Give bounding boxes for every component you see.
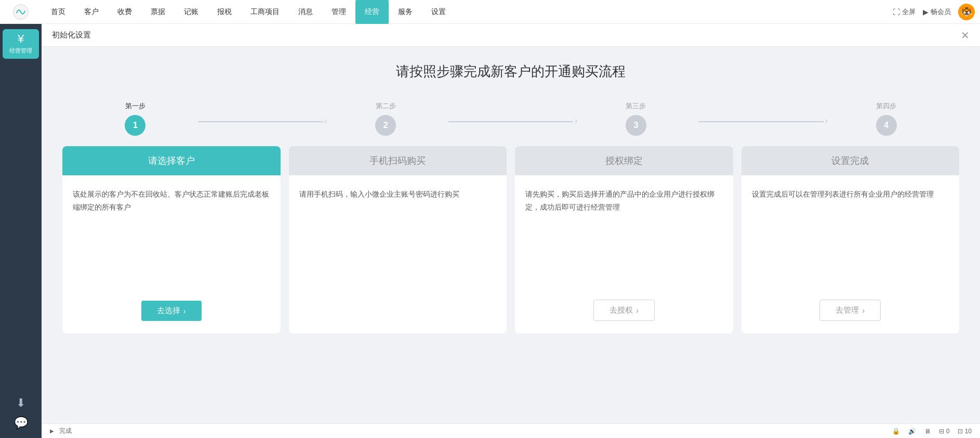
top-nav: 首页 客户 收费 票据 记账 报税 工商项目 消息 管理 经营 服务 设置 ⛶ … — [0, 0, 980, 24]
download-icon[interactable]: ⬇ — [16, 396, 25, 410]
nav-account[interactable]: 记账 — [175, 0, 208, 24]
step-card-1: 请选择客户 该处展示的客户为不在回收站、客户状态正常建账后完成老板端绑定的所有客… — [62, 146, 281, 333]
nav-customer[interactable]: 客户 — [75, 0, 108, 24]
go-manage-label: 去管理 — [836, 305, 859, 315]
step-1-circle: 1 — [125, 115, 145, 136]
screen-icon: 🖥 — [924, 428, 931, 435]
step-2-circle: 2 — [375, 115, 396, 136]
close-button[interactable]: ✕ — [961, 30, 970, 41]
sidebar: ¥ 经营管理 ⬇ 💬 — [0, 24, 42, 438]
main-layout: ¥ 经营管理 ⬇ 💬 初始化设置 ✕ 请按照步骤完成新客户的开通购买流程 第一步… — [0, 24, 980, 438]
chat-icon[interactable]: 💬 — [14, 416, 28, 430]
avatar[interactable]: 🐯 — [958, 4, 975, 20]
nav-business[interactable]: 工商项目 — [241, 0, 289, 24]
nav-operation[interactable]: 经营 — [355, 0, 389, 24]
main-content: 请按照步骤完成新客户的开通购买流程 第一步 1 第二步 2 — [42, 47, 980, 423]
card-2-body: 请用手机扫码，输入小微企业主账号密码进行购买 — [289, 175, 507, 313]
step-3-indicator: 第三步 3 — [573, 101, 698, 136]
vip-icon: ▶ — [923, 8, 929, 16]
play-icon: ▶ — [50, 428, 54, 434]
card-4-header: 设置完成 — [741, 146, 960, 175]
card-4-footer: 去管理 › — [741, 291, 960, 333]
step-2-label: 第二步 — [376, 101, 396, 111]
step-card-3: 授权绑定 请先购买，购买后选择开通的产品中的企业用户进行授权绑定，成功后即可进行… — [515, 146, 733, 333]
step-card-4: 设置完成 设置完成后可以在管理列表进行所有企业用户的经营管理 去管理 › — [741, 146, 960, 333]
notif-count: ⊟ 0 — [939, 428, 949, 435]
jingying-icon: ¥ — [18, 33, 24, 45]
step-arrow-2 — [448, 121, 574, 122]
step-4-circle: 4 — [876, 115, 897, 136]
go-select-label: 去选择 — [157, 306, 180, 316]
step-3-label: 第三步 — [626, 101, 646, 111]
cards-row: 请选择客户 该处展示的客户为不在回收站、客户状态正常建账后完成老板端绑定的所有客… — [62, 146, 959, 333]
card-3-footer: 去授权 › — [515, 291, 733, 333]
nav-logo — [5, 0, 36, 24]
sidebar-bottom: ⬇ 💬 — [14, 396, 28, 430]
step-1-indicator: 第一步 1 — [73, 101, 198, 136]
go-authorize-label: 去授权 — [610, 305, 633, 315]
step-card-2: 手机扫码购买 请用手机扫码，输入小微企业主账号密码进行购买 — [289, 146, 507, 333]
page-subtitle: 请按照步骤完成新客户的开通购买流程 — [62, 62, 959, 81]
card-3-body: 请先购买，购买后选择开通的产品中的企业用户进行授权绑定，成功后即可进行经营管理 — [515, 175, 733, 291]
volume-icon: 🔊 — [908, 428, 916, 435]
status-bar-right: 🔒 🔊 🖥 ⊟ 0 ⊡ 10 — [892, 428, 972, 435]
nav-home[interactable]: 首页 — [42, 0, 75, 24]
step-4-label: 第四步 — [876, 101, 896, 111]
fullscreen-icon: ⛶ — [893, 8, 900, 16]
step-1-label: 第一步 — [125, 101, 145, 111]
task-count: ⊡ 10 — [958, 428, 972, 435]
sidebar-item-jingying[interactable]: ¥ 经营管理 — [3, 29, 39, 59]
nav-bill[interactable]: 票据 — [141, 0, 175, 24]
status-bar: ▶ 完成 🔒 🔊 🖥 ⊟ 0 ⊡ 10 — [42, 423, 980, 438]
step-arrow-1 — [198, 121, 323, 122]
card-2-footer — [289, 313, 507, 333]
fullscreen-btn[interactable]: ⛶ 全屏 — [893, 7, 916, 17]
step-4-indicator: 第四步 4 — [824, 101, 949, 136]
step-2-indicator: 第二步 2 — [323, 101, 448, 136]
steps-top-row: 第一步 1 第二步 2 第三步 3 — [62, 101, 959, 136]
go-select-arrow: › — [183, 306, 186, 315]
nav-message[interactable]: 消息 — [289, 0, 322, 24]
go-select-button[interactable]: 去选择 › — [141, 301, 202, 321]
go-authorize-button[interactable]: 去授权 › — [593, 300, 655, 321]
card-1-header: 请选择客户 — [62, 146, 281, 175]
page-title: 初始化设置 — [52, 30, 91, 40]
nav-fee[interactable]: 收费 — [108, 0, 141, 24]
step-arrow-3 — [698, 121, 824, 122]
nav-settings[interactable]: 设置 — [422, 0, 455, 24]
card-2-header: 手机扫码购买 — [289, 146, 507, 175]
card-1-body: 该处展示的客户为不在回收站、客户状态正常建账后完成老板端绑定的所有客户 — [62, 175, 281, 292]
content-area: 初始化设置 ✕ 请按照步骤完成新客户的开通购买流程 第一步 1 第二步 2 — [42, 24, 980, 438]
go-manage-button[interactable]: 去管理 › — [819, 300, 881, 321]
content-header: 初始化设置 ✕ — [42, 24, 980, 47]
sidebar-item-label: 经营管理 — [9, 47, 32, 55]
nav-service[interactable]: 服务 — [389, 0, 422, 24]
go-manage-arrow: › — [862, 306, 865, 315]
nav-right: ⛶ 全屏 ▶ 畅会员 🐯 — [893, 4, 975, 20]
go-authorize-arrow: › — [636, 306, 639, 315]
shield-icon: 🔒 — [892, 428, 900, 435]
vip-btn[interactable]: ▶ 畅会员 — [923, 7, 951, 17]
nav-items: 首页 客户 收费 票据 记账 报税 工商项目 消息 管理 经营 服务 设置 — [42, 0, 893, 24]
card-4-body: 设置完成后可以在管理列表进行所有企业用户的经营管理 — [741, 175, 960, 291]
card-3-header: 授权绑定 — [515, 146, 733, 175]
step-3-circle: 3 — [626, 115, 646, 136]
status-text: 完成 — [59, 427, 72, 435]
card-1-footer: 去选择 › — [62, 292, 281, 333]
nav-tax[interactable]: 报税 — [208, 0, 241, 24]
nav-manage[interactable]: 管理 — [322, 0, 355, 24]
